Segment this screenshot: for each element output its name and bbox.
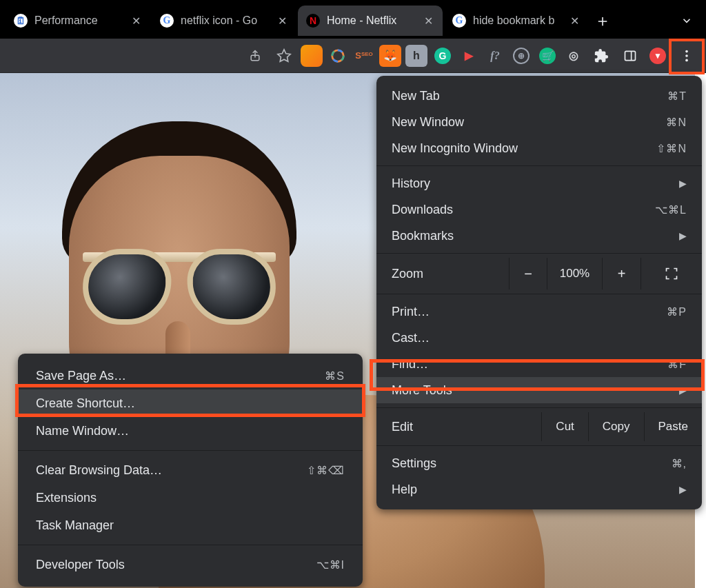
shortcut-text: ⌥⌘I (316, 558, 345, 571)
google-icon: G (452, 14, 466, 28)
edit-cut-button[interactable]: Cut (541, 412, 587, 441)
extension-icon[interactable]: 🛒 (536, 45, 558, 67)
menu-separator (376, 165, 702, 166)
svg-rect-5 (625, 51, 636, 60)
shortcut-text: ⌘S (325, 369, 345, 383)
menu-item-task-manager[interactable]: Task Manager (18, 511, 363, 539)
shortcut-text: ⌘F (667, 358, 687, 371)
extension-icon[interactable] (301, 45, 323, 67)
menu-item-clear-browsing-data[interactable]: Clear Browsing Data… ⇧⌘⌫ (18, 456, 363, 484)
menu-item-edit: Edit Cut Copy Paste (376, 412, 702, 441)
tab-title: netflix icon - Go (181, 14, 269, 27)
menu-item-print[interactable]: Print… ⌘P (376, 298, 702, 325)
menu-item-new-window[interactable]: New Window ⌘N (376, 109, 702, 135)
bookmark-star-icon[interactable] (272, 43, 296, 68)
menu-item-developer-tools[interactable]: Developer Tools ⌥⌘I (18, 551, 363, 578)
menu-item-new-tab[interactable]: New Tab ⌘T (376, 83, 702, 109)
browser-toolbar: SSEO 🦊 h G ▶ f? ⊕ 🛒 ◎ ▼ (0, 39, 706, 73)
menu-item-save-page-as[interactable]: Save Page As… ⌘S (18, 362, 363, 389)
extensions-puzzle-icon[interactable] (589, 43, 614, 68)
zoom-out-button[interactable]: − (509, 258, 547, 290)
menu-item-new-incognito-window[interactable]: New Incognito Window ⇧⌘N (376, 135, 702, 161)
menu-separator (18, 450, 363, 451)
extension-icon[interactable]: f? (484, 45, 506, 67)
shortcut-text: ⌘T (667, 90, 687, 103)
menu-separator (376, 445, 702, 446)
edit-label: Edit (376, 420, 541, 434)
menu-item-history[interactable]: History ▶ (376, 170, 702, 196)
share-icon[interactable] (243, 43, 268, 68)
new-tab-button[interactable]: ＋ (590, 8, 615, 33)
menu-item-extensions[interactable]: Extensions (18, 484, 363, 511)
tab-title: Performance (34, 14, 123, 27)
shortcut-text: ⌥⌘L (655, 203, 687, 216)
shortcut-text: ⌘P (667, 305, 687, 318)
chrome-menu-button[interactable] (673, 39, 700, 73)
menu-separator (376, 407, 702, 408)
menu-item-downloads[interactable]: Downloads ⌥⌘L (376, 196, 702, 223)
menu-separator (376, 253, 702, 254)
shortcut-text: ⌘, (672, 457, 687, 470)
tab-performance[interactable]: 🗓 Performance ✕ (6, 6, 150, 36)
menu-item-create-shortcut[interactable]: Create Shortcut… (18, 389, 363, 417)
chrome-main-menu: New Tab ⌘T New Window ⌘N New Incognito W… (376, 76, 702, 509)
zoom-value: 100% (547, 258, 603, 290)
tab-hide-bookmark[interactable]: G hide bookmark b ✕ (444, 6, 589, 36)
chevron-right-icon: ▶ (679, 385, 687, 396)
menu-item-bookmarks[interactable]: Bookmarks ▶ (376, 223, 702, 249)
close-icon[interactable]: ✕ (568, 14, 581, 27)
menu-item-find[interactable]: Find… ⌘F (376, 351, 702, 377)
extension-icon[interactable]: h (405, 45, 427, 67)
google-icon: G (160, 14, 174, 28)
menu-item-name-window[interactable]: Name Window… (18, 417, 363, 445)
close-icon[interactable]: ✕ (130, 14, 142, 27)
edit-paste-button[interactable]: Paste (644, 412, 702, 441)
menu-item-help[interactable]: Help ▶ (376, 476, 702, 503)
svg-point-9 (685, 59, 688, 61)
tab-strip: 🗓 Performance ✕ G netflix icon - Go ✕ N … (0, 0, 706, 39)
netflix-icon: N (306, 14, 320, 28)
sidepanel-icon[interactable] (618, 43, 643, 68)
edit-copy-button[interactable]: Copy (588, 412, 644, 441)
svg-point-7 (685, 50, 688, 52)
extension-globe-icon[interactable]: ⊕ (510, 45, 532, 67)
fullscreen-button[interactable] (641, 267, 702, 281)
extension-aperture-icon[interactable]: ◎ (563, 45, 585, 67)
tab-title: hide bookmark b (473, 14, 561, 27)
zoom-in-button[interactable]: + (603, 258, 641, 290)
calendar-icon: 🗓 (14, 14, 28, 28)
tab-title: Home - Netflix (327, 14, 415, 27)
tab-overflow-chevron-icon[interactable] (673, 7, 700, 34)
zoom-label: Zoom (392, 267, 509, 281)
menu-item-more-tools[interactable]: More Tools ▶ (376, 377, 702, 403)
shortcut-text: ⌘N (666, 116, 687, 129)
menu-separator (376, 294, 702, 294)
close-icon[interactable]: ✕ (276, 14, 288, 27)
tab-netflix-home[interactable]: N Home - Netflix ✕ (298, 6, 443, 36)
extension-metamask-icon[interactable]: 🦊 (379, 45, 401, 67)
menu-item-settings[interactable]: Settings ⌘, (376, 450, 702, 476)
close-icon[interactable]: ✕ (422, 14, 434, 27)
chevron-right-icon: ▶ (679, 484, 687, 495)
extension-seo-icon[interactable]: SSEO (353, 45, 375, 67)
chevron-right-icon: ▶ (679, 178, 687, 189)
extension-grammarly-icon[interactable]: G (432, 45, 454, 67)
menu-item-zoom: Zoom − 100% + (376, 258, 702, 290)
menu-separator (18, 545, 363, 545)
profile-avatar-icon[interactable]: ▼ (647, 45, 669, 67)
extension-icon[interactable]: ▶ (458, 45, 480, 67)
extension-icon[interactable] (327, 45, 349, 67)
svg-marker-1 (278, 49, 290, 61)
menu-item-cast[interactable]: Cast… (376, 325, 702, 351)
tab-google-netflix-icon[interactable]: G netflix icon - Go ✕ (152, 6, 296, 36)
shortcut-text: ⇧⌘⌫ (307, 464, 345, 477)
more-tools-submenu: Save Page As… ⌘S Create Shortcut… Name W… (18, 354, 363, 587)
chevron-right-icon: ▶ (679, 230, 687, 241)
shortcut-text: ⇧⌘N (656, 142, 687, 155)
svg-point-8 (685, 54, 688, 57)
